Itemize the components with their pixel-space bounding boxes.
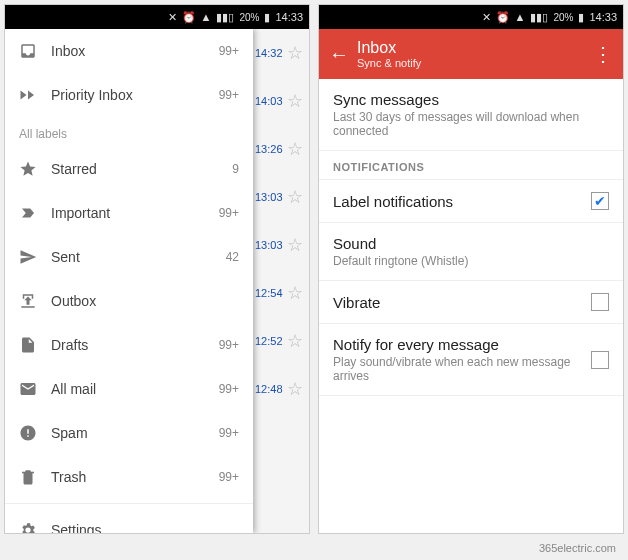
nav-drawer: Inbox99+Priority Inbox99+All labelsStarr… [5,29,253,533]
drawer-item-star[interactable]: Starred9 [5,147,253,191]
sent-icon [19,248,51,266]
setting-row[interactable]: Vibrate [319,281,623,324]
page-title: Inbox [357,39,593,57]
drawer-item-label: Priority Inbox [51,87,219,103]
drawer-item-priority[interactable]: Priority Inbox99+ [5,73,253,117]
drawer-item-count: 9 [232,162,239,176]
drawer-item-label: Important [51,205,219,221]
drawer-item-label: Spam [51,425,219,441]
setting-title: Sync messages [333,91,609,108]
drawer-item-count: 99+ [219,206,239,220]
battery-status: 20% [553,12,573,23]
setting-title: Sound [333,235,609,252]
setting-title: Vibrate [333,294,581,311]
drawer-item-label: Inbox [51,43,219,59]
mail-time: 14:32 [255,47,283,59]
mail-row-peek[interactable]: 13:03☆ [249,221,309,269]
drawer-item-spam[interactable]: Spam99+ [5,411,253,455]
drawer-item-label: Drafts [51,337,219,353]
setting-row[interactable]: Sync messagesLast 30 days of messages wi… [319,79,623,151]
star-icon[interactable]: ☆ [287,234,303,256]
star-icon[interactable]: ☆ [287,42,303,64]
vibrate-icon: ✕ [482,11,491,24]
mail-time: 13:03 [255,239,283,251]
drawer-item-count: 99+ [219,426,239,440]
drawer-item-label: All mail [51,381,219,397]
outbox-icon [19,292,51,310]
allmail-icon [19,380,51,398]
clock: 14:33 [275,11,303,23]
checkbox[interactable] [591,293,609,311]
drawer-item-count: 42 [226,250,239,264]
inbox-icon [19,42,51,60]
phone-right: ✕ ⏰ ▲ ▮▮▯ 20% ▮ 14:33 ← Inbox Sync & not… [318,4,624,534]
checkbox[interactable] [591,351,609,369]
star-icon[interactable]: ☆ [287,330,303,352]
settings-icon [19,521,51,533]
mail-time: 12:48 [255,383,283,395]
checkbox[interactable]: ✔ [591,192,609,210]
overflow-menu-icon[interactable]: ⋮ [593,42,613,66]
alarm-icon: ⏰ [182,11,196,24]
mail-time: 13:26 [255,143,283,155]
drawer-item-trash[interactable]: Trash99+ [5,455,253,499]
setting-row[interactable]: SoundDefault ringtone (Whistle) [319,223,623,281]
drawer-item-label: Trash [51,469,219,485]
drawer-item-settings[interactable]: Settings [5,508,253,533]
spam-icon [19,424,51,442]
mail-row-peek[interactable]: 13:26☆ [249,125,309,173]
mail-row-peek[interactable]: 12:48☆ [249,365,309,413]
signal-icon: ▮▮▯ [530,11,548,24]
inbox-list-background: 14:32☆14:03☆13:26☆13:03☆13:03☆12:54☆12:5… [249,29,309,533]
priority-icon [19,86,51,104]
mail-row-peek[interactable]: 13:03☆ [249,173,309,221]
drawer-item-outbox[interactable]: Outbox [5,279,253,323]
drawer-item-allmail[interactable]: All mail99+ [5,367,253,411]
section-header: NOTIFICATIONS [319,151,623,180]
status-bar: ✕ ⏰ ▲ ▮▮▯ 20% ▮ 14:33 [5,5,309,29]
phone-left: ✕ ⏰ ▲ ▮▮▯ 20% ▮ 14:33 14:32☆14:03☆13:26☆… [4,4,310,534]
setting-title: Notify for every message [333,336,581,353]
mail-row-peek[interactable]: 14:32☆ [249,29,309,77]
setting-subtitle: Last 30 days of messages will download w… [333,110,609,138]
drawer-item-sent[interactable]: Sent42 [5,235,253,279]
mail-time: 13:03 [255,191,283,203]
mail-row-peek[interactable]: 14:03☆ [249,77,309,125]
setting-subtitle: Play sound/vibrate when each new message… [333,355,581,383]
setting-row[interactable]: Label notifications✔ [319,180,623,223]
setting-subtitle: Default ringtone (Whistle) [333,254,609,268]
mail-row-peek[interactable]: 12:54☆ [249,269,309,317]
wifi-icon: ▲ [515,11,526,23]
drawer-item-count: 99+ [219,338,239,352]
setting-title: Label notifications [333,193,581,210]
mail-row-peek[interactable]: 12:52☆ [249,317,309,365]
star-icon[interactable]: ☆ [287,186,303,208]
vibrate-icon: ✕ [168,11,177,24]
drawer-item-drafts[interactable]: Drafts99+ [5,323,253,367]
page-subtitle: Sync & notify [357,57,593,69]
drawer-item-important[interactable]: Important99+ [5,191,253,235]
action-bar: ← Inbox Sync & notify ⋮ [319,29,623,79]
back-button[interactable]: ← [329,43,357,66]
drawer-section-header: All labels [5,117,253,147]
status-bar: ✕ ⏰ ▲ ▮▮▯ 20% ▮ 14:33 [319,5,623,29]
setting-row[interactable]: Notify for every messagePlay sound/vibra… [319,324,623,396]
drawer-item-label: Starred [51,161,232,177]
drafts-icon [19,336,51,354]
mail-time: 14:03 [255,95,283,107]
signal-icon: ▮▮▯ [216,11,234,24]
drawer-item-count: 99+ [219,382,239,396]
star-icon[interactable]: ☆ [287,378,303,400]
drawer-item-count: 99+ [219,44,239,58]
battery-icon: ▮ [264,11,270,24]
star-icon[interactable]: ☆ [287,90,303,112]
alarm-icon: ⏰ [496,11,510,24]
battery-status: 20% [239,12,259,23]
star-icon[interactable]: ☆ [287,138,303,160]
drawer-item-inbox[interactable]: Inbox99+ [5,29,253,73]
mail-time: 12:52 [255,335,283,347]
settings-list: Sync messagesLast 30 days of messages wi… [319,79,623,396]
star-icon[interactable]: ☆ [287,282,303,304]
drawer-item-label: Settings [51,522,239,533]
clock: 14:33 [589,11,617,23]
